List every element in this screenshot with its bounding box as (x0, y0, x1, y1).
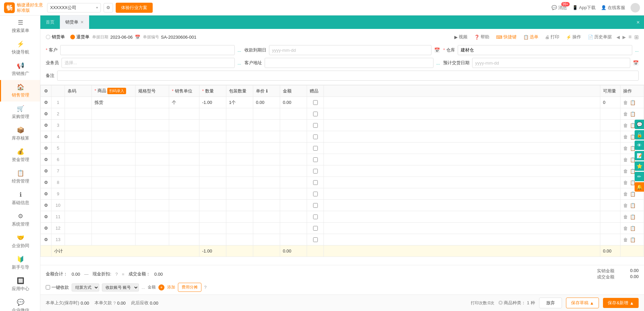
row-amount-6[interactable] (280, 154, 307, 165)
row-amount-11[interactable] (280, 211, 307, 223)
row-amount-5[interactable] (280, 143, 307, 154)
row-product-9[interactable] (92, 188, 136, 200)
payment-account-select[interactable]: 收款账号 账号 (102, 283, 139, 291)
row-spec-13[interactable] (136, 234, 169, 245)
row-amount-4[interactable] (280, 131, 307, 143)
row-note-3[interactable] (324, 120, 600, 131)
row-spec-11[interactable] (136, 211, 169, 223)
row-pkg-qty-10[interactable] (226, 200, 253, 211)
row-amount-9[interactable] (280, 188, 307, 200)
row-qty-8[interactable] (199, 177, 226, 188)
address-dots[interactable]: ... (436, 61, 440, 66)
row-amount-7[interactable] (280, 165, 307, 177)
row-product-7[interactable] (92, 165, 136, 177)
row-unit-price-9[interactable] (253, 188, 280, 200)
row-note-7[interactable] (324, 165, 600, 177)
row-note-2[interactable] (324, 108, 600, 120)
copy-icon-13[interactable]: 📋 (630, 237, 636, 242)
tab-sales-order[interactable]: 销货单 ✕ (60, 15, 89, 29)
row-gear-12[interactable]: ⚙ (41, 223, 51, 234)
row-pkg-qty-11[interactable] (226, 211, 253, 223)
row-product-10[interactable] (92, 200, 136, 211)
help-btn[interactable]: ❓ 帮助 (472, 33, 491, 41)
gift-checkbox-13[interactable] (313, 237, 318, 242)
row-qty-2[interactable] (199, 108, 226, 120)
row-unit-6[interactable] (169, 154, 199, 165)
copy-icon-11[interactable]: 📋 (630, 214, 636, 220)
row-spec-3[interactable] (136, 120, 169, 131)
row-barcode-11[interactable] (65, 211, 92, 223)
row-gear-5[interactable]: ⚙ (41, 143, 51, 154)
row-gift-12[interactable] (307, 223, 324, 234)
discount-help-icon[interactable]: ? (115, 272, 118, 277)
view-grid-icon[interactable]: ⊞ (634, 34, 639, 40)
row-unit-price-5[interactable] (253, 143, 280, 154)
row-unit-12[interactable] (169, 223, 199, 234)
print-btn[interactable]: 🖨 打印 (543, 33, 561, 41)
gift-checkbox-4[interactable] (313, 134, 318, 139)
row-product-1[interactable]: 拣货 (92, 97, 136, 108)
trial-button[interactable]: 体验行业方案 (116, 3, 153, 13)
row-note-6[interactable] (324, 154, 600, 165)
row-gift-6[interactable] (307, 154, 324, 165)
save-draft-button[interactable]: 保存草稿 ▲ (566, 298, 599, 308)
row-gear-2[interactable]: ⚙ (41, 108, 51, 120)
row-qty-7[interactable] (199, 165, 226, 177)
row-spec-7[interactable] (136, 165, 169, 177)
copy-icon-9[interactable]: 📋 (630, 191, 636, 197)
sidebar-item-enterprise[interactable]: 🤝 企业协同 (0, 231, 40, 252)
sidebar-item-quick-nav[interactable]: ⚡ 快捷导航 (0, 37, 40, 59)
row-qty-5[interactable] (199, 143, 226, 154)
row-pkg-qty-4[interactable] (226, 131, 253, 143)
tab-bar-close-icon[interactable]: ✕ (636, 20, 644, 25)
row-amount-10[interactable] (280, 200, 307, 211)
gift-checkbox-3[interactable] (313, 123, 318, 128)
copy-icon-2[interactable]: 📋 (630, 111, 636, 117)
row-qty-9[interactable] (199, 188, 226, 200)
delivery-calendar-icon[interactable]: 📅 (633, 60, 639, 66)
delete-icon-3[interactable]: 🗑 (623, 123, 628, 128)
delete-icon-7[interactable]: 🗑 (623, 168, 628, 174)
row-note-9[interactable] (324, 188, 600, 200)
row-qty-4[interactable] (199, 131, 226, 143)
gift-checkbox-12[interactable] (313, 226, 318, 231)
row-unit-price-6[interactable] (253, 154, 280, 165)
row-gift-11[interactable] (307, 211, 324, 223)
gift-checkbox-9[interactable] (313, 192, 318, 196)
row-qty-11[interactable] (199, 211, 226, 223)
radio-return-order[interactable]: 退货单 (70, 34, 89, 40)
shortcut-btn[interactable]: ⌨ 快捷键 (494, 33, 519, 41)
row-gear-13[interactable]: ⚙ (41, 234, 51, 245)
row-unit-price-3[interactable] (253, 120, 280, 131)
avatar[interactable] (631, 3, 640, 12)
gift-checkbox-8[interactable] (313, 180, 318, 185)
row-barcode-8[interactable] (65, 177, 92, 188)
copy-icon-12[interactable]: 📋 (630, 226, 636, 231)
select-btn[interactable]: 📋 选单 (521, 33, 540, 41)
salesperson-dots[interactable]: ... (237, 61, 241, 66)
customer-address-input[interactable] (265, 58, 433, 68)
number-value[interactable]: SA-20230606-001 (161, 35, 197, 40)
sidebar-item-apps[interactable]: 🔲 应用中心 (0, 274, 40, 295)
copy-icon-1[interactable]: 📋 (630, 100, 636, 105)
th-gear[interactable]: ⚙ (41, 85, 51, 97)
row-unit-price-7[interactable] (253, 165, 280, 177)
delete-icon-1[interactable]: 🗑 (623, 100, 628, 105)
sidebar-item-guide[interactable]: 🔰 新手引导 (0, 252, 40, 274)
row-unit-price-2[interactable] (253, 108, 280, 120)
save-new-button[interactable]: 保存&新增 ▲ (603, 298, 639, 308)
company-selector[interactable]: XXXXXX公司 ▾ (47, 3, 101, 12)
row-qty-13[interactable] (199, 234, 226, 245)
row-unit-1[interactable]: 个 (169, 97, 199, 108)
row-product-3[interactable] (92, 120, 136, 131)
video-btn[interactable]: ▶ 视频 (452, 33, 469, 41)
row-pkg-qty-6[interactable] (226, 154, 253, 165)
sidebar-item-purchase[interactable]: 🛒 采购管理 (0, 102, 40, 123)
sidebar-item-marketing[interactable]: 📢 营销推广 (0, 59, 40, 80)
row-gear-3[interactable]: ⚙ (41, 120, 51, 131)
row-note-4[interactable] (324, 131, 600, 143)
delete-icon-2[interactable]: 🗑 (623, 111, 628, 117)
row-amount-13[interactable] (280, 234, 307, 245)
gift-checkbox-11[interactable] (313, 215, 318, 219)
row-product-5[interactable] (92, 143, 136, 154)
